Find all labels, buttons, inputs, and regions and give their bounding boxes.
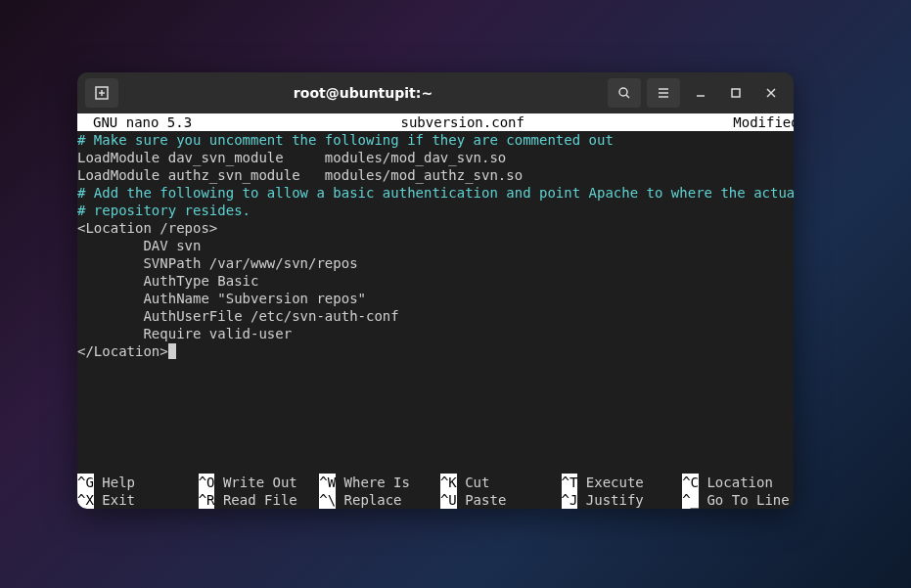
new-tab-icon — [94, 85, 110, 101]
svg-line-4 — [626, 95, 629, 98]
search-button[interactable] — [608, 78, 641, 108]
editor-line: <Location /repos> — [77, 219, 794, 237]
help-shortcut-readfile: ^R Read File — [199, 491, 320, 509]
titlebar: root@ubuntupit:~ — [77, 72, 794, 113]
editor-line: # Make sure you uncomment the following … — [77, 131, 794, 149]
terminal-body: GNU nano 5.3 subversion.conf Modified # … — [77, 113, 794, 509]
editor-line: SVNPath /var/www/svn/repos — [77, 254, 794, 272]
editor-line: AuthUserFile /etc/svn-auth-conf — [77, 307, 794, 325]
svg-rect-9 — [732, 89, 740, 97]
nano-filename: subversion.conf — [192, 113, 733, 131]
help-shortcut-gotoline: ^_ Go To Line — [682, 491, 794, 509]
maximize-icon — [730, 87, 742, 99]
menu-button[interactable] — [647, 78, 680, 108]
svg-point-3 — [619, 88, 627, 96]
close-icon — [765, 87, 777, 99]
new-tab-button[interactable] — [85, 78, 118, 108]
maximize-button[interactable] — [719, 78, 752, 108]
editor-area[interactable]: # Make sure you uncomment the following … — [77, 131, 794, 360]
editor-line: AuthType Basic — [77, 272, 794, 290]
terminal-content[interactable]: GNU nano 5.3 subversion.conf Modified # … — [77, 113, 794, 509]
help-shortcut-whereis: ^W Where Is — [319, 474, 440, 491]
hamburger-icon — [657, 86, 670, 100]
help-shortcut-justify: ^J Justify — [562, 491, 683, 509]
help-shortcut-execute: ^T Execute — [562, 474, 683, 491]
nano-app-name: GNU nano 5.3 — [77, 113, 192, 131]
editor-line: </Location> — [77, 342, 794, 360]
close-button[interactable] — [754, 78, 788, 108]
editor-line: LoadModule authz_svn_module modules/mod_… — [77, 166, 794, 184]
help-shortcut-replace: ^\ Replace — [319, 491, 440, 509]
minimize-icon — [695, 87, 706, 99]
help-shortcut-help: ^G Help — [77, 474, 199, 491]
help-shortcut-writeout: ^O Write Out — [199, 474, 320, 491]
terminal-window: root@ubuntupit:~ — [77, 72, 794, 509]
editor-line: # Add the following to allow a basic aut… — [77, 184, 794, 202]
editor-line: Require valid-user — [77, 325, 794, 342]
editor-line: DAV svn — [77, 237, 794, 254]
nano-modified-status: Modified — [733, 113, 794, 131]
search-icon — [617, 86, 631, 100]
help-shortcut-exit: ^X Exit — [77, 491, 199, 509]
help-shortcut-cut: ^K Cut — [440, 474, 562, 491]
nano-help-bar: ^G Help ^O Write Out ^W Where Is ^K Cut … — [77, 474, 794, 509]
nano-status-line: GNU nano 5.3 subversion.conf Modified — [77, 113, 794, 131]
minimize-button[interactable] — [684, 78, 717, 108]
help-shortcut-paste: ^U Paste — [440, 491, 562, 509]
window-title: root@ubuntupit:~ — [120, 85, 606, 101]
help-shortcut-location: ^C Location — [682, 474, 794, 491]
editor-line: # repository resides. — [77, 202, 794, 219]
editor-line: AuthName "Subversion repos" — [77, 290, 794, 307]
editor-line: LoadModule dav_svn_module modules/mod_da… — [77, 149, 794, 166]
text-cursor — [168, 343, 176, 359]
